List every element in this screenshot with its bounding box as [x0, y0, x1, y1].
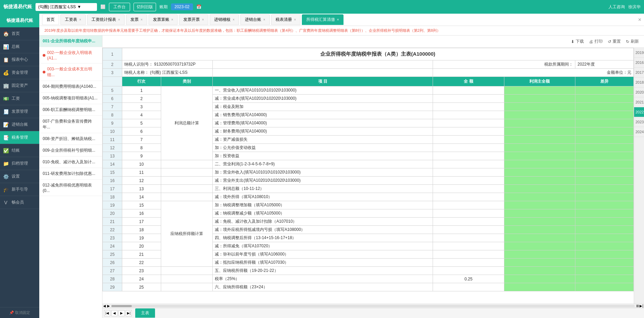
left-panel-item-008[interactable]: 008-资产折旧、摊销及纳税... [39, 133, 102, 145]
work-area: 001-企业所得税年度纳税申... 002-一般企业收入明细表(A1... 00… [39, 36, 644, 318]
sidebar-item-guide[interactable]: 🎓 新手引导 [0, 183, 39, 196]
workbench-button[interactable]: 工作台 [109, 3, 130, 11]
left-panel-item-011[interactable]: 011-研发费用加计扣除优惠... [39, 168, 102, 180]
pin-button[interactable]: 📌 取消固定 [0, 307, 39, 318]
column-header-row: 行次 类别 项 目 全 额 利润主全额 差异 [103, 77, 634, 86]
left-panel-item-012[interactable]: 012-减免所得税优惠明细表(0... [39, 180, 102, 196]
year-sidebar: 2019 2016 2017 2018 2020 2021 2022 2023 … [634, 48, 644, 304]
left-panel-item-001[interactable]: 001-企业所得税年度纳税申... [39, 36, 102, 47]
sidebar-item-membership[interactable]: V 畅会员 [0, 196, 39, 209]
tab-sales-ledger[interactable]: 进销台账 × [240, 14, 270, 25]
sidebar-item-invoice[interactable]: 🧾 发票管理 [0, 105, 39, 118]
year-2024[interactable]: 2024 [634, 127, 644, 137]
sidebar-item-fund-management[interactable]: 💰 资金管理 [0, 66, 39, 79]
sidebar-item-close-account[interactable]: ✅ 结账 [0, 144, 39, 157]
user-service[interactable]: 人工咨询 [608, 4, 625, 10]
sheet-nav-prev[interactable]: ◀ [111, 310, 117, 316]
sidebar-label-archive: 归档管理 [12, 161, 28, 166]
header-je: 全 额 [433, 77, 504, 86]
sidebar-item-home[interactable]: 🏠 首页 [0, 27, 39, 40]
year-2017[interactable]: 2017 [634, 68, 644, 78]
item-003-label: 003-一般企业成本支出明细... [47, 66, 99, 78]
sidebar-item-salary[interactable]: 💵 工资 [0, 92, 39, 105]
sidebar-item-fixed-assets[interactable]: 🏢 固定资产 [0, 79, 39, 92]
year-2018[interactable]: 2018 [634, 78, 644, 87]
item-009-label: 009-企业所得税补亏损明细... [43, 148, 95, 153]
left-panel-item-002[interactable]: 002-一般企业收入明细表(A1... [39, 47, 102, 64]
calendar-icon[interactable]: 📅 [196, 4, 201, 9]
copy-icon[interactable]: ⬜ [100, 4, 106, 9]
year-2023[interactable]: 2023 [634, 117, 644, 127]
left-panel-item-010[interactable]: 010-免税、减计收入及加计... [39, 156, 102, 168]
scrollbar-thumb[interactable] [111, 305, 132, 307]
tab-tax-list[interactable]: 税表清册 × [271, 14, 300, 25]
username[interactable]: 徐滨华 [628, 4, 641, 10]
tab-invoice-open[interactable]: 发票开票 × [179, 14, 208, 25]
fund-icon: 💰 [3, 70, 9, 75]
tab-home[interactable]: 首页 [42, 14, 59, 25]
sheet-nav-first[interactable]: |◀ [104, 310, 110, 316]
sidebar-item-report-center[interactable]: 📋 报表中心 [0, 53, 39, 66]
year-2016[interactable]: 2016 [634, 58, 644, 68]
row-num-2: 2 [103, 60, 122, 69]
download-button[interactable]: ⬇ 下载 [571, 39, 584, 44]
tab-sales-audit-close[interactable]: × [233, 18, 235, 22]
sidebar-item-archive[interactable]: 📁 归档管理 [0, 157, 39, 170]
sheet-tab-main[interactable]: 主表 [135, 308, 155, 318]
sidebar-label-close: 结账 [12, 148, 20, 153]
scroll-left-icon[interactable]: ◀ [103, 304, 106, 308]
left-panel-item-009[interactable]: 009-企业所得税补亏损明细... [39, 145, 102, 156]
expand-icon[interactable]: ⊞ [636, 304, 639, 308]
sheet-nav-last[interactable]: ▶| [126, 310, 132, 316]
year-2019[interactable]: 2019 [634, 48, 644, 58]
tab-salary-report-close[interactable]: × [118, 18, 120, 22]
period-value[interactable]: 2023-02 [171, 3, 193, 10]
tab-invoice-open-close[interactable]: × [202, 18, 204, 22]
tab-sales-ledger-close[interactable]: × [263, 18, 265, 22]
scroll-right-icon[interactable]: ▶ [107, 304, 110, 308]
header-item: 项 目 [213, 77, 433, 86]
year-2022[interactable]: 2022 [634, 107, 644, 117]
sidebar-item-sales-ledger[interactable]: 📝 进销台账 [0, 118, 39, 131]
item-005-label: 005-纳税调整项目明细表(A1... [43, 95, 98, 101]
tab-invoice-calc-close[interactable]: × [171, 18, 173, 22]
tab-invoice[interactable]: 发票 × [126, 14, 147, 25]
left-panel-item-004[interactable]: 004-期间费用明细表(A1040... [39, 81, 102, 93]
left-panel-item-007[interactable]: 007-广告费和业务宣传费跨年... [39, 116, 102, 133]
tab-tax-list-close[interactable]: × [294, 18, 296, 22]
sidebar-item-general-ledger[interactable]: 📊 总账 [0, 40, 39, 53]
sidebar-item-tax-management[interactable]: 📑 税务管理 [0, 131, 39, 144]
taxpayer-id-area: 纳税人识别号： 91320500703719732P [122, 60, 212, 69]
tab-sales-audit[interactable]: 进销稽核 × [210, 14, 239, 25]
tab-salary[interactable]: 工资表 × [60, 14, 86, 25]
switch-old-button[interactable]: 切到旧版 [134, 3, 156, 11]
close-all-icon[interactable]: × [638, 17, 641, 23]
left-panel-item-003[interactable]: 003-一般企业成本支出明细... [39, 64, 102, 81]
tab-invoice-close[interactable]: × [141, 18, 143, 22]
left-panel-item-006[interactable]: 006-职工薪酬纳税调整明细... [39, 104, 102, 116]
reset-button[interactable]: ↺ 重置 [608, 39, 621, 44]
tab-invoice-calc[interactable]: 发票算账 × [149, 14, 178, 25]
tab-salary-close[interactable]: × [79, 18, 81, 22]
year-2020[interactable]: 2020 [634, 87, 644, 97]
print-icon: 🖨 [589, 39, 593, 44]
tax-icon: 📑 [3, 135, 9, 140]
left-panel-item-005[interactable]: 005-纳税调整项目明细表(A1... [39, 93, 102, 104]
print-button[interactable]: 🖨 打印 [589, 39, 603, 44]
header-lrje: 利润主全额 [504, 77, 575, 86]
horizontal-scrollbar[interactable]: ◀ ▶ ⊞ ▶| [102, 304, 644, 308]
notice-text: 2019年度步及取以前年度结转数据的申报表单元格需要手工维护正确，才能保证本年及… [44, 28, 440, 32]
scroll-end-icon[interactable]: ▶| [640, 304, 643, 308]
reset-icon: ↺ [608, 39, 611, 44]
tab-income-tax[interactable]: 所得税汇算清缴 × [302, 14, 344, 25]
year-2021[interactable]: 2021 [634, 97, 644, 107]
scrollbar-track[interactable] [111, 305, 635, 307]
tab-income-tax-close[interactable]: × [337, 18, 339, 22]
header-lb: 类别 [161, 77, 213, 86]
refresh-button[interactable]: ↻ 刷新 [626, 39, 639, 44]
sheet-nav-next[interactable]: ▶ [118, 310, 125, 316]
company-selector[interactable]: (勾圈) 江西服宝-LSS ▼ [36, 3, 97, 11]
table-row: 14 10 二、营业利润(1-2-3-4-5-6-7-8+9) [103, 160, 634, 168]
sidebar-item-settings[interactable]: ⚙️ 设置 [0, 170, 39, 183]
tab-salary-report[interactable]: 工资统计报表 × [87, 14, 125, 25]
